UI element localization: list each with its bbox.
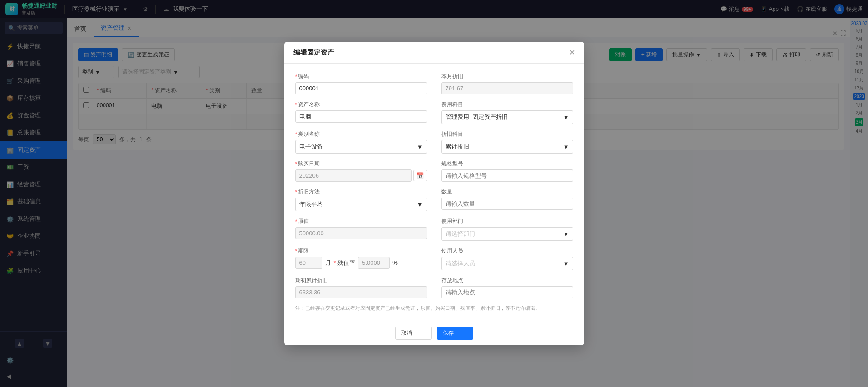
form-item-use-dept: 使用部门 请选择部门 ▼ [441,218,573,241]
form-row-8: 期初累计折旧 存放地点 [295,277,573,298]
form-row-4: * 购买日期 📅 规格型号 [295,160,573,182]
use-person-label: 使用人员 [441,247,573,255]
code-input[interactable] [295,82,427,94]
spec-model-label: 规格型号 [441,160,573,168]
purchase-date-label: * 购买日期 [295,160,427,168]
form-row-2: * 资产名称 费用科目 管理费用_固定资产折旧 ▼ [295,101,573,124]
expense-subject-select[interactable]: 管理费用_固定资产折旧 ▼ [441,110,573,124]
use-dept-label: 使用部门 [441,218,573,225]
period-input [295,257,322,269]
period-label: * 期限 [295,247,427,255]
initial-accum-dep-input [295,286,427,298]
dialog-header: 编辑固定资产 ✕ [284,42,584,64]
storage-input[interactable] [441,286,573,298]
chevron-down-icon9: ▼ [563,260,569,267]
dep-method-label: * 折旧方法 [295,188,427,196]
form-row-7: * 期限 月 * 残值率 % 使用人员 [295,247,573,270]
dep-subject-select[interactable]: 累计折旧 ▼ [441,140,573,154]
form-item-spec-model: 规格型号 [441,160,573,182]
period-group: 月 * 残值率 % [295,257,427,269]
chevron-down-icon4: ▼ [563,114,569,121]
edit-asset-dialog: 编辑固定资产 ✕ * 编码 本月折旧 [284,42,584,345]
use-person-select[interactable]: 请选择人员 ▼ [441,257,573,270]
original-value-label: * 原值 [295,218,427,225]
chevron-down-icon7: ▼ [417,201,423,208]
expense-subject-value: 管理费用_固定资产折旧 [446,113,508,121]
form-item-asset-name: * 资产名称 [295,101,427,124]
form-row-6: * 原值 使用部门 请选择部门 ▼ [295,218,573,241]
purchase-date-input[interactable] [295,169,412,182]
chevron-down-icon6: ▼ [563,144,569,150]
form-item-original-value: * 原值 [295,218,427,241]
form-item-initial-accum-dep: 期初累计折旧 [295,277,427,298]
asset-name-input[interactable] [295,110,427,123]
dep-subject-value: 累计折旧 [446,143,469,151]
dialog-body: * 编码 本月折旧 * 资产名称 [284,64,584,321]
form-item-period: * 期限 月 * 残值率 % [295,247,427,270]
dep-method-value: 年限平均 [299,200,323,208]
form-item-monthly-dep: 本月折旧 [441,73,573,94]
residual-rate-label: * 残值率 [334,259,356,267]
residual-rate-unit: % [392,259,398,266]
dialog-close-btn[interactable]: ✕ [569,48,575,57]
form-row-1: * 编码 本月折旧 [295,73,573,94]
form-item-category: * 类别名称 电子设备 ▼ [295,130,427,154]
form-item-dep-subject: 折旧科目 累计折旧 ▼ [441,130,573,154]
form-item-purchase-date: * 购买日期 📅 [295,160,427,182]
chevron-down-icon5: ▼ [417,144,423,150]
form-item-use-person: 使用人员 请选择人员 ▼ [441,247,573,270]
dialog-title: 编辑固定资产 [293,48,334,57]
form-item-code: * 编码 [295,73,427,94]
category-value: 电子设备 [299,143,323,151]
dep-method-select[interactable]: 年限平均 ▼ [295,198,427,211]
storage-label: 存放地点 [441,277,573,284]
dialog-note: 注：已经存在变更记录或者对应固定资产已经生成凭证，原值、购买日期、残值率、累计折… [295,305,573,312]
category-label: * 类别名称 [295,130,427,138]
asset-name-label: * 资产名称 [295,101,427,109]
monthly-dep-input [441,82,573,94]
dialog-overlay: 编辑固定资产 ✕ * 编码 本月折旧 [0,0,868,387]
form-item-quantity: 数量 [441,188,573,211]
dialog-footer: 取消 保存 [284,321,584,345]
use-person-placeholder: 请选择人员 [446,259,475,268]
cancel-button[interactable]: 取消 [395,327,432,340]
original-value-input [295,227,427,239]
code-label: * 编码 [295,73,427,80]
monthly-dep-label: 本月折旧 [441,73,573,80]
calendar-icon[interactable]: 📅 [413,170,427,181]
initial-accum-dep-label: 期初累计折旧 [295,277,427,284]
chevron-down-icon8: ▼ [563,231,569,238]
form-row-3: * 类别名称 电子设备 ▼ 折旧科目 累计折旧 ▼ [295,130,573,154]
form-item-dep-method: * 折旧方法 年限平均 ▼ [295,188,427,211]
form-item-expense-subject: 费用科目 管理费用_固定资产折旧 ▼ [441,101,573,124]
dep-subject-label: 折旧科目 [441,130,573,138]
expense-subject-label: 费用科目 [441,101,573,109]
form-item-storage: 存放地点 [441,277,573,298]
residual-rate-input [358,257,390,269]
period-unit: 月 [325,259,331,267]
quantity-label: 数量 [441,188,573,196]
save-button[interactable]: 保存 [437,327,473,340]
use-dept-select[interactable]: 请选择部门 ▼ [441,227,573,241]
category-select[interactable]: 电子设备 ▼ [295,140,427,154]
form-row-5: * 折旧方法 年限平均 ▼ 数量 [295,188,573,211]
quantity-input[interactable] [441,198,573,210]
spec-model-input[interactable] [441,169,573,182]
use-dept-placeholder: 请选择部门 [446,230,475,238]
